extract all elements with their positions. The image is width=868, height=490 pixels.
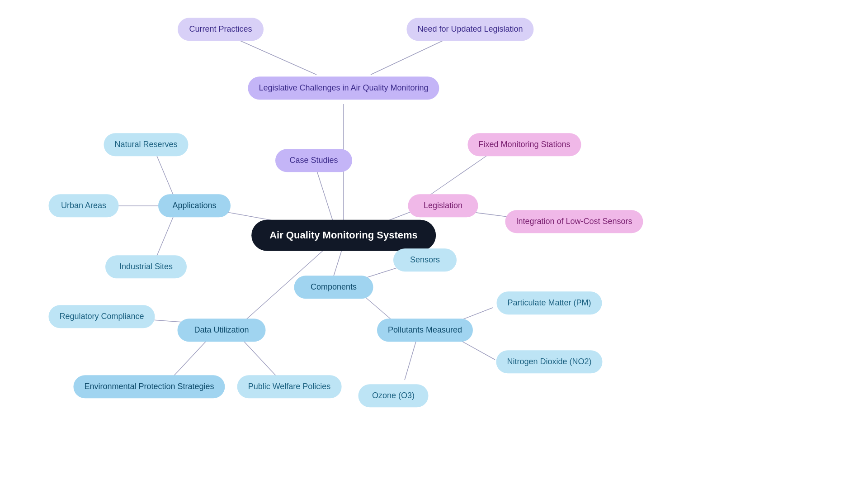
node-current-practices: Current Practices <box>178 18 264 41</box>
node-natural-reserves: Natural Reserves <box>104 133 188 156</box>
svg-line-3 <box>316 170 335 226</box>
svg-line-19 <box>174 342 206 376</box>
connections-svg <box>0 0 868 490</box>
node-industrial-sites: Industrial Sites <box>105 255 187 278</box>
svg-line-5 <box>156 154 174 197</box>
node-regulatory-compliance: Regulatory Compliance <box>48 305 155 328</box>
svg-line-1 <box>235 38 316 75</box>
node-center: Air Quality Monitoring Systems <box>251 220 436 251</box>
node-urban-areas: Urban Areas <box>49 194 119 217</box>
node-sensors: Sensors <box>393 248 457 271</box>
node-ozone: Ozone (O3) <box>359 384 429 407</box>
node-applications: Applications <box>158 194 231 217</box>
svg-line-16 <box>405 342 416 380</box>
node-fixed-monitoring: Fixed Monitoring Stations <box>467 133 581 156</box>
node-env-protection: Environmental Protection Strategies <box>73 375 225 398</box>
svg-line-13 <box>362 294 393 321</box>
svg-line-9 <box>427 152 493 197</box>
node-need-legislation: Need for Updated Legislation <box>406 18 533 41</box>
node-nitrogen-dioxide: Nitrogen Dioxide (NO2) <box>496 350 602 373</box>
node-low-cost-sensors: Integration of Low-Cost Sensors <box>505 210 643 233</box>
node-public-welfare: Public Welfare Policies <box>237 375 342 398</box>
mind-map: Air Quality Monitoring Systems Legislati… <box>0 0 868 490</box>
node-legislation: Legislation <box>408 194 478 217</box>
node-pollutants-measured: Pollutants Measured <box>377 319 473 342</box>
node-case-studies: Case Studies <box>275 149 352 172</box>
node-components: Components <box>294 276 373 299</box>
node-legislative: Legislative Challenges in Air Quality Mo… <box>248 76 439 100</box>
node-particulate-matter: Particulate Matter (PM) <box>496 291 602 314</box>
svg-line-20 <box>244 342 276 376</box>
node-data-utilization: Data Utilization <box>178 319 266 342</box>
svg-line-7 <box>156 215 174 258</box>
svg-line-2 <box>371 38 448 75</box>
